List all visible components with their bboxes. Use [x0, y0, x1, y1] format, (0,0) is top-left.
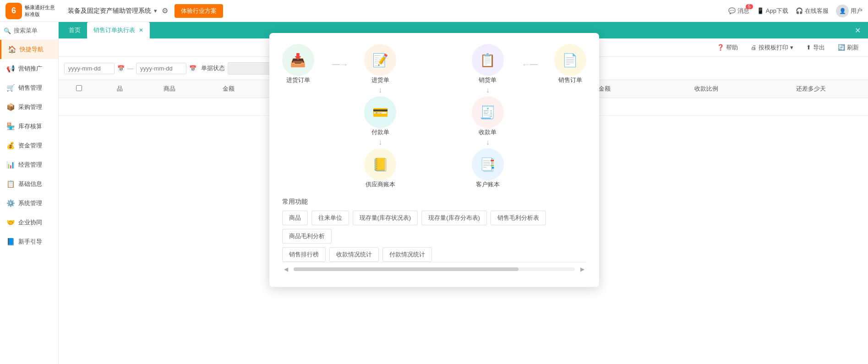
payment-slip-label: 付款单: [371, 128, 389, 136]
message-button[interactable]: 💬 消息 5: [728, 7, 749, 15]
arrow-left-1: ← - - - -: [504, 59, 554, 70]
date-from-input[interactable]: [64, 63, 115, 74]
common-functions-title: 常用功能: [282, 198, 586, 206]
user-menu[interactable]: 👤 用户: [836, 5, 863, 17]
sidebar-item-inventory[interactable]: 🏪 库存核算: [0, 117, 58, 136]
receipt-slip-icon: 🧾: [472, 96, 504, 128]
arrow-right-1: - - - - →: [314, 59, 365, 70]
app-download-button[interactable]: 📱 App下载: [757, 7, 788, 15]
tab-home[interactable]: 首页: [62, 22, 87, 38]
logo-text: 畅康通好生意 标准版: [25, 4, 55, 17]
scroll-right-arrow[interactable]: ▶: [579, 266, 586, 272]
purchase-receipt-icon: 📝: [364, 44, 396, 76]
common-btn-receipt-stats[interactable]: 收款情况统计: [329, 247, 379, 262]
col-goods: 商品: [140, 80, 199, 98]
help-icon: ❓: [717, 44, 724, 51]
sales-invoice-icon: 📋: [472, 44, 504, 76]
sidebar-item-finance[interactable]: 💰 资金管理: [0, 136, 58, 155]
flow-node-purchase-order: 📥 进货订单: [282, 44, 314, 84]
refresh-icon: 🔄: [838, 44, 845, 51]
flow-dialog: 📥 进货订单 - - - - → 📝 进货单 📋 销货单 ← -: [269, 33, 599, 287]
scroll-thumb: [294, 267, 519, 271]
flow-node-receipt-slip: 🧾 收款单: [472, 96, 504, 136]
customer-ledger-icon: 📑: [472, 148, 504, 180]
arrow-down-sales: ↓: [472, 86, 504, 94]
common-btn-goods[interactable]: 商品: [282, 211, 308, 225]
supplier-ledger-label: 供应商账本: [366, 180, 395, 189]
online-service-button[interactable]: 🎧 在线客服: [796, 7, 829, 15]
common-btn-goods-profit[interactable]: 商品毛利分析: [282, 229, 332, 244]
sidebar: 🔍 搜索菜单 🏠 快捷导航 📢 营销推广 🛒 销售管理 📦: [0, 22, 59, 364]
calendar-icon-to[interactable]: 📅: [189, 65, 197, 72]
sidebar-item-operation[interactable]: 📊 经营管理: [0, 155, 58, 174]
sales-icon: 🛒: [6, 84, 15, 92]
purchase-icon: 📦: [6, 103, 15, 111]
common-btn-stock-dist[interactable]: 现存量(库存分布表): [421, 211, 487, 225]
logo-area: 6 畅康通好生意 标准版: [5, 3, 64, 19]
common-btn-payment-stats[interactable]: 付款情况统计: [382, 247, 432, 262]
sidebar-item-sales[interactable]: 🛒 销售管理: [0, 78, 58, 98]
status-label: 单据状态: [201, 64, 225, 72]
logo-icon: 6: [5, 3, 22, 19]
sales-order-icon: 📄: [554, 44, 586, 76]
arrow-down-payment: ↓: [364, 138, 396, 147]
message-badge: 5: [746, 4, 753, 9]
settings-icon[interactable]: ⚙: [162, 6, 168, 15]
col-amount: 金额: [199, 80, 258, 98]
search-icon: 🔍: [4, 27, 11, 34]
cooperation-icon: 🤝: [6, 218, 15, 227]
payment-slip-icon: 💳: [364, 96, 396, 128]
flow-node-sales-order: 📄 销售订单: [554, 44, 586, 84]
common-btn-stock-status[interactable]: 现存量(库存状况表): [353, 211, 418, 225]
purchase-order-label: 进货订单: [286, 76, 310, 84]
date-to-input[interactable]: [136, 63, 186, 74]
marketing-icon: 📢: [6, 65, 15, 73]
export-button[interactable]: ⬆ 导出: [802, 42, 829, 54]
receipt-slip-label: 收款单: [479, 128, 497, 136]
col-pin: 品: [99, 80, 140, 98]
top-bar: 6 畅康通好生意 标准版 装备及固定资产辅助管理系统 ▾ ⚙ 体验行业方案 💬 …: [0, 0, 868, 22]
flow-node-supplier-ledger: 📒 供应商账本: [364, 148, 396, 189]
common-buttons-row1: 商品 往来单位 现存量(库存状况表) 现存量(库存分布表) 销售毛利分析表 商品…: [282, 211, 586, 244]
sidebar-item-cooperation[interactable]: 🤝 企业协同: [0, 213, 58, 232]
refresh-button[interactable]: 🔄 刷新: [834, 42, 863, 54]
template-print-button[interactable]: 🖨 按模板打印 ▾: [747, 42, 797, 54]
avatar: 👤: [836, 5, 849, 17]
sidebar-item-basic-info[interactable]: 📋 基础信息: [0, 174, 58, 194]
sidebar-item-marketing[interactable]: 📢 营销推广: [0, 59, 58, 78]
select-all-checkbox[interactable]: [76, 85, 82, 91]
scroll-track: [294, 267, 575, 271]
sidebar-item-quick-nav[interactable]: 🏠 快捷导航: [0, 40, 58, 59]
finance-icon: 💰: [6, 141, 15, 150]
purchase-receipt-label: 进货单: [371, 76, 389, 84]
common-btn-sales-profit-analysis[interactable]: 销售毛利分析表: [491, 211, 546, 225]
print-icon: 🖨: [751, 44, 757, 51]
dropdown-icon[interactable]: ▾: [154, 7, 157, 14]
sidebar-search[interactable]: 🔍 搜索菜单: [0, 22, 58, 40]
flow-node-customer-ledger: 📑 客户账本: [472, 148, 504, 189]
purchase-order-icon: 📥: [282, 44, 314, 76]
col-days-left: 还差多少天: [754, 80, 868, 98]
common-btn-partner[interactable]: 往来单位: [311, 211, 349, 225]
tab-bar-close-icon[interactable]: ✕: [851, 26, 864, 35]
calendar-icon-from[interactable]: 📅: [117, 65, 125, 72]
sidebar-item-guide[interactable]: 📘 新手引导: [0, 232, 58, 251]
help-button[interactable]: ❓ 帮助: [713, 42, 742, 54]
system-title: 装备及固定资产辅助管理系统: [68, 7, 151, 15]
col-checkbox: [59, 80, 99, 98]
tab-sales-order-exec[interactable]: 销售订单执行表 ✕: [87, 22, 150, 38]
sidebar-item-system[interactable]: ⚙️ 系统管理: [0, 194, 58, 213]
guide-icon: 📘: [6, 238, 15, 246]
common-btn-sales-ranking[interactable]: 销售排行榜: [282, 247, 326, 262]
export-icon: ⬆: [806, 44, 811, 51]
common-buttons-row2: 销售排行榜 收款情况统计 付款情况统计: [282, 247, 586, 262]
sidebar-item-purchase[interactable]: 📦 采购管理: [0, 98, 58, 117]
col-receipt-ratio: 收款比例: [659, 80, 754, 98]
system-title-area: 装备及固定资产辅助管理系统 ▾ ⚙: [68, 6, 168, 15]
experience-button[interactable]: 体验行业方案: [175, 4, 223, 18]
headset-icon: 🎧: [796, 7, 803, 14]
scroll-left-arrow[interactable]: ◀: [282, 266, 290, 272]
tab-close-icon[interactable]: ✕: [139, 27, 143, 33]
flow-node-payment-slip: 💳 付款单: [364, 96, 396, 136]
dialog-content: 📥 进货订单 - - - - → 📝 进货单 📋 销货单 ← -: [269, 33, 599, 287]
